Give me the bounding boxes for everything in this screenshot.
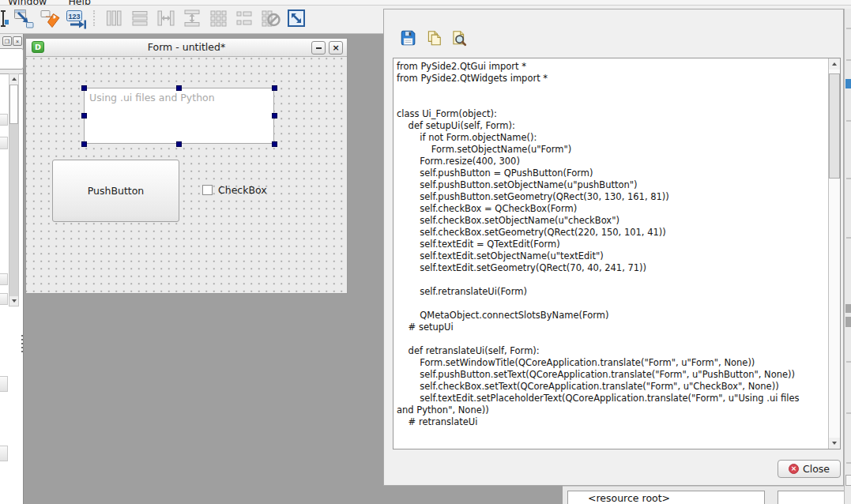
- code-view[interactable]: from PySide2.QtGui import * from PySide2…: [393, 58, 841, 449]
- widget-box-dock: ❐ ×: [0, 34, 24, 504]
- adjust-size-button[interactable]: [285, 7, 307, 29]
- edit-widgets-icon: [0, 7, 9, 29]
- layout-grid-button[interactable]: [207, 7, 229, 29]
- qt-designer-main-window: Window Help: [0, 0, 851, 504]
- scrollbar-track[interactable]: [9, 124, 18, 297]
- selection-handle-bottom-left[interactable]: [81, 141, 87, 147]
- selection-handle-bottom-center[interactable]: [176, 141, 182, 147]
- resource-root-item[interactable]: <resource root>: [567, 491, 765, 504]
- selection-handle-top-right[interactable]: [272, 85, 277, 91]
- selected-row-sliver: [845, 79, 851, 88]
- edit-signals-slots-icon: [13, 7, 35, 29]
- layout-form-icon: [233, 7, 255, 29]
- resource-preview-panel[interactable]: [778, 491, 851, 504]
- textedit-widget[interactable]: Using .ui files and Python: [84, 88, 274, 144]
- code-vertical-scrollbar[interactable]: [828, 58, 840, 449]
- selection-handle-top-left[interactable]: [81, 85, 87, 91]
- scroll-down-button[interactable]: [9, 296, 18, 306]
- layout-splitter-horizontal-button[interactable]: [155, 7, 177, 29]
- menu-row: Window Help: [8, 0, 108, 6]
- dock-close-button[interactable]: ×: [13, 36, 22, 46]
- dock-float-button[interactable]: ❐: [2, 36, 12, 46]
- widget-list-item[interactable]: [0, 137, 8, 149]
- code-scroll-down-button[interactable]: [829, 438, 840, 449]
- checkbox-widget[interactable]: CheckBox: [202, 183, 267, 196]
- minimize-button[interactable]: [311, 41, 326, 55]
- menu-bar: Window Help: [0, 0, 851, 6]
- adjust-size-icon: [285, 7, 307, 29]
- form-editor-window: D Form - untitled* × Using .ui files and…: [25, 38, 348, 294]
- resource-root-label: <resource root>: [568, 491, 764, 504]
- widget-category-header[interactable]: [0, 376, 8, 392]
- widget-list-scrollbar[interactable]: [9, 73, 19, 307]
- close-button[interactable]: × Close: [778, 460, 841, 478]
- layout-horizontal-button[interactable]: [103, 7, 125, 29]
- form-window-titlebar[interactable]: D Form - untitled* ×: [26, 39, 347, 57]
- widget-category-header[interactable]: [0, 446, 8, 461]
- resource-browser-dock: <resource root>: [563, 486, 851, 504]
- toolbar-separator: [93, 10, 95, 26]
- edit-widgets-button[interactable]: [0, 7, 9, 29]
- code-preview-dialog: from PySide2.QtGui import * from PySide2…: [383, 9, 844, 486]
- break-layout-button[interactable]: [259, 7, 281, 29]
- selection-handle-mid-left[interactable]: [81, 113, 87, 118]
- close-button-label: Close: [803, 463, 830, 475]
- menu-item-help[interactable]: Help: [68, 0, 91, 6]
- svg-text:123: 123: [68, 13, 80, 21]
- layout-vertical-button[interactable]: [129, 7, 151, 29]
- edit-signals-slots-button[interactable]: [13, 7, 35, 29]
- selection-handle-mid-right[interactable]: [272, 113, 277, 118]
- copy-icon: [425, 29, 442, 47]
- minimize-icon: [316, 47, 322, 49]
- panel-sliver-box: [845, 475, 851, 486]
- layout-splitter-vertical-icon: [181, 7, 203, 29]
- copy-button[interactable]: [424, 29, 443, 48]
- dock-splitter-handle[interactable]: [21, 335, 24, 352]
- textedit-placeholder: Using .ui files and Python: [89, 92, 215, 103]
- widget-list-item[interactable]: [0, 273, 8, 285]
- layout-splitter-horizontal-icon: [155, 7, 177, 29]
- code-scroll-up-button[interactable]: [829, 58, 840, 70]
- layout-grid-icon: [207, 7, 229, 29]
- form-window-close-button[interactable]: ×: [329, 41, 343, 55]
- widget-filter-input[interactable]: [0, 48, 24, 70]
- form-canvas[interactable]: Using .ui files and Python PushButton Ch…: [26, 57, 347, 293]
- right-edge-panel: [844, 9, 851, 504]
- edit-tab-order-button[interactable]: 123: [65, 7, 87, 29]
- save-icon: [399, 29, 416, 47]
- break-layout-icon: [259, 7, 281, 29]
- edit-buddies-icon: [39, 7, 61, 29]
- close-icon: ×: [789, 464, 799, 474]
- layout-form-button[interactable]: [233, 7, 255, 29]
- selection-handle-bottom-right[interactable]: [272, 141, 277, 147]
- layout-splitter-vertical-button[interactable]: [181, 7, 203, 29]
- edit-buddies-button[interactable]: [39, 7, 61, 29]
- find-icon: [450, 29, 467, 47]
- edit-tab-order-icon: 123: [65, 7, 87, 29]
- layout-vertical-icon: [129, 7, 151, 29]
- scroll-up-button[interactable]: [9, 74, 18, 84]
- checkbox-box: [202, 185, 213, 195]
- checkbox-label: CheckBox: [218, 184, 267, 196]
- save-button[interactable]: [398, 29, 417, 48]
- pushbutton-widget[interactable]: PushButton: [52, 160, 179, 222]
- widget-list-item[interactable]: [0, 114, 8, 126]
- scrollbar-thumb[interactable]: [9, 85, 18, 124]
- menu-item-window[interactable]: Window: [8, 0, 47, 6]
- form-window-title: Form - untitled*: [26, 41, 347, 53]
- layout-horizontal-icon: [103, 7, 125, 29]
- selection-handle-top-center[interactable]: [176, 85, 182, 91]
- widget-list-item[interactable]: [0, 293, 8, 305]
- code-scrollbar-thumb[interactable]: [829, 73, 840, 179]
- find-button[interactable]: [449, 29, 468, 48]
- code-text: from PySide2.QtGui import * from PySide2…: [393, 58, 840, 428]
